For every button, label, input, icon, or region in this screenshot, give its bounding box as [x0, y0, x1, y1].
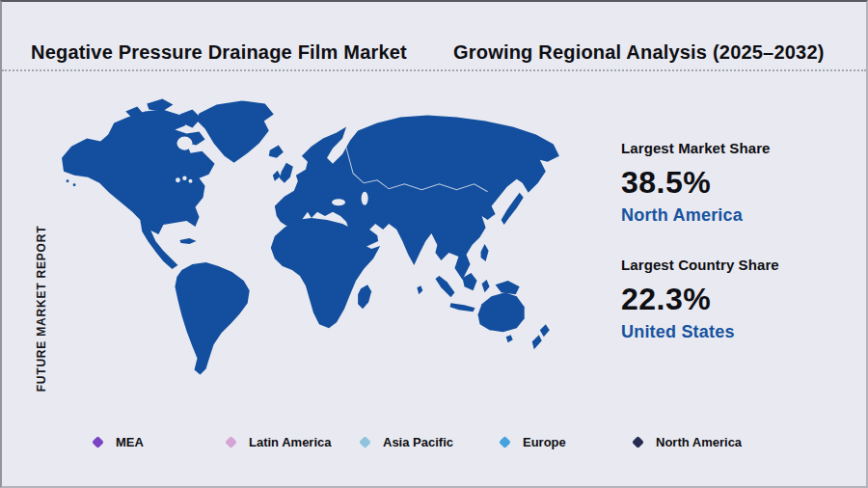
diamond-marker-icon: [92, 436, 104, 448]
land-south-america: [175, 262, 249, 374]
stat-label: Largest Market Share: [621, 141, 862, 155]
diamond-marker-icon: [499, 436, 511, 448]
land-greenland: [197, 100, 274, 162]
land-aleutian: [73, 183, 76, 186]
land-java: [449, 303, 475, 312]
legend-item-latin-america: Latin America: [227, 433, 332, 450]
land-caribbean: [179, 238, 196, 244]
stat-largest-market-share: Largest Market Share 38.5% North America: [621, 141, 862, 224]
stat-value: 22.3%: [621, 284, 862, 314]
land-sulawesi: [482, 280, 490, 292]
water-great-lakes: [188, 179, 192, 183]
legend-item-asia-pacific: Asia Pacific: [361, 433, 453, 450]
land-madagascar: [358, 285, 371, 309]
legend-item-europe: Europe: [501, 433, 566, 450]
land-iceland: [269, 146, 284, 158]
stat-largest-country-share: Largest Country Share 22.3% United State…: [621, 258, 862, 340]
land-japan: [502, 193, 524, 225]
world-map: [58, 87, 600, 409]
land-sumatra: [435, 276, 454, 297]
legend-label: MEA: [116, 435, 144, 449]
page-subtitle: Growing Regional Analysis (2025–2032): [453, 41, 825, 64]
legend-label: Latin America: [249, 435, 332, 449]
diamond-marker-icon: [632, 436, 644, 448]
legend-item-north-america: North America: [634, 433, 742, 450]
land-british-isles: [273, 163, 293, 183]
stat-region: North America: [621, 206, 862, 224]
brand-watermark: FUTURE MARKET REPORT: [35, 226, 48, 393]
water-great-lakes: [176, 177, 180, 182]
dotted-divider: [2, 69, 866, 71]
land-new-guinea: [496, 281, 520, 294]
water-caspian-sea: [362, 192, 368, 205]
legend-label: North America: [656, 435, 742, 449]
stat-label: Largest Country Share: [621, 258, 862, 272]
legend-label: Europe: [523, 435, 566, 449]
stat-value: 38.5%: [621, 167, 862, 198]
land-aleutian: [67, 179, 69, 182]
diamond-marker-icon: [225, 436, 237, 448]
land-north-america: [62, 109, 215, 269]
infographic-card: Negative Pressure Drainage Film Market G…: [0, 0, 868, 488]
land-new-zealand: [532, 324, 550, 349]
stat-region: United States: [621, 323, 862, 340]
legend-label: Asia Pacific: [383, 435, 453, 449]
land-sri-lanka: [417, 285, 422, 294]
region-legend: MEA Latin America Asia Pacific Europe No…: [2, 433, 866, 450]
diamond-marker-icon: [359, 436, 371, 448]
land-australia: [478, 292, 525, 332]
land-philippines: [481, 244, 489, 261]
legend-item-mea: MEA: [94, 433, 144, 450]
world-map-svg: [58, 87, 600, 409]
land-borneo: [462, 273, 476, 290]
water-black-sea: [332, 199, 345, 205]
land-tasmania: [506, 335, 513, 342]
page-title: Negative Pressure Drainage Film Market: [31, 41, 407, 64]
water-hudson-bay: [176, 137, 192, 150]
water-great-lakes: [182, 176, 186, 180]
